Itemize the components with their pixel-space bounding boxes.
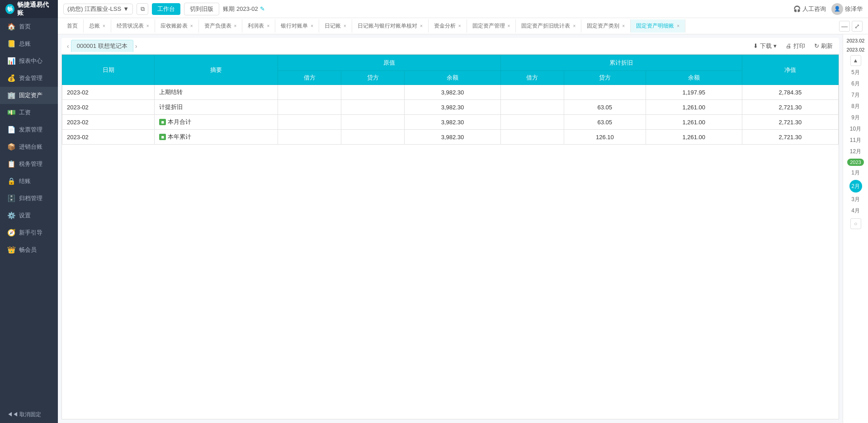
timeline-month-9[interactable]: 9月 [843, 112, 868, 123]
sidebar-item-fixed-assets[interactable]: 🏢 固定资产 [0, 87, 58, 104]
sidebar-item-payroll[interactable]: 💵 工资 [0, 104, 58, 121]
asset-tab[interactable]: 000001 联想笔记本 [71, 40, 133, 52]
prev-arrow[interactable]: ‹ [65, 42, 71, 50]
sidebar-label-funds: 资金管理 [19, 74, 42, 82]
tab-journal[interactable]: 日记账 × [319, 19, 352, 33]
refresh-btn[interactable]: ↻ 刷新 [811, 41, 835, 51]
copy-button[interactable]: ⧉ [137, 3, 148, 15]
timeline-month-6[interactable]: 6月 [843, 78, 868, 89]
user-avatar[interactable]: 👤 徐泽华 [831, 3, 863, 15]
cell-dep-credit: 63.05 [564, 115, 646, 130]
timeline-month-2-active[interactable]: 2月 [849, 180, 862, 193]
period-edit-icon[interactable]: ✎ [260, 5, 265, 12]
tab-detail-close[interactable]: × [677, 24, 679, 28]
timeline-month-11[interactable]: 11月 [843, 135, 868, 146]
tab-category-close[interactable]: × [622, 24, 625, 28]
tab-asset-detail[interactable]: 固定资产明细账 × [631, 19, 685, 33]
timeline-month-4[interactable]: 4月 [843, 205, 868, 216]
tab-asset-mgmt-label: 固定资产管理 [472, 22, 505, 30]
print-btn[interactable]: 🖨 打印 [783, 41, 808, 51]
tab-receivable[interactable]: 应收账龄表 × [155, 19, 199, 33]
tab-balance-close[interactable]: × [234, 24, 237, 28]
sidebar-item-funds[interactable]: 💰 资金管理 [0, 70, 58, 87]
tab-asset-category[interactable]: 固定资产类别 × [581, 19, 631, 33]
download-btn[interactable]: ⬇ 下载 ▾ [750, 41, 779, 51]
sidebar-collapse-btn[interactable]: ◀◀ 取消固定 [0, 406, 58, 423]
tab-operations[interactable]: 经营状况表 × [111, 19, 155, 33]
tab-journal-close[interactable]: × [344, 24, 346, 28]
sidebar-label-reports: 报表中心 [19, 57, 42, 65]
tab-home-label: 首页 [67, 22, 78, 30]
tab-receivable-label: 应收账龄表 [160, 22, 188, 30]
tab-bank-statement[interactable]: 银行对账单 × [275, 19, 319, 33]
tab-bank-close[interactable]: × [311, 24, 313, 28]
payroll-icon: 💵 [7, 108, 15, 117]
cell-dep-balance: 1,197.95 [646, 85, 742, 100]
sidebar-item-archive[interactable]: 🗄️ 归档管理 [0, 190, 58, 207]
tab-asset-mgmt[interactable]: 固定资产管理 × [467, 19, 516, 33]
headset-icon: 🎧 [793, 5, 801, 12]
tab-operations-close[interactable]: × [146, 24, 149, 28]
timeline-month-3[interactable]: 3月 [843, 194, 868, 205]
sidebar-item-ledger[interactable]: 📒 总账 [0, 35, 58, 52]
timeline-year-top2: 2023.02 [843, 45, 868, 54]
app-logo: 畅 畅捷通易代账 [0, 0, 58, 18]
tab-fund-analysis[interactable]: 资金分析 × [429, 19, 467, 33]
timeline-month-5[interactable]: 5月 [843, 67, 868, 78]
company-selector[interactable]: (劝您) 江西服业-LSS ▼ [63, 4, 133, 14]
timeline-month-1[interactable]: 1月 [843, 167, 868, 179]
tab-ledger[interactable]: 总账 × [84, 19, 111, 33]
next-arrow[interactable]: › [133, 42, 139, 50]
sidebar-item-tax[interactable]: 📋 税务管理 [0, 155, 58, 173]
tab-home[interactable]: 首页 [61, 19, 84, 33]
tab-dep-stat-close[interactable]: × [573, 24, 576, 28]
tab-profit-close[interactable]: × [267, 24, 269, 28]
timeline-month-7[interactable]: 7月 [843, 89, 868, 101]
sidebar-item-member[interactable]: 👑 畅会员 [0, 241, 58, 258]
tab-reconcile-close[interactable]: × [420, 24, 423, 28]
tab-depreciation-stat[interactable]: 固定资产折旧统计表 × [516, 19, 581, 33]
tab-asset-mgmt-close[interactable]: × [508, 24, 510, 28]
timeline-scroll-up[interactable]: ▲ [850, 55, 861, 66]
sidebar-item-invoice[interactable]: 📄 发票管理 [0, 121, 58, 138]
cell-summary: 计提折旧 [155, 100, 278, 115]
timeline-scroll-down[interactable]: ○ [850, 218, 861, 229]
cell-orig-balance: 3,982.30 [404, 115, 500, 130]
tab-detail-label: 固定资产明细账 [636, 22, 674, 30]
timeline-month-8[interactable]: 8月 [843, 101, 868, 112]
cell-orig-balance: 3,982.30 [404, 130, 500, 145]
tab-ledger-close[interactable]: × [103, 24, 105, 28]
sidebar-label-payroll: 工资 [19, 108, 31, 117]
tab-fund-close[interactable]: × [458, 24, 461, 28]
tab-ledger-label: 总账 [89, 22, 100, 30]
tab-minimize-btn[interactable]: — [839, 21, 850, 32]
refresh-label: 刷新 [821, 42, 833, 50]
tab-receivable-close[interactable]: × [190, 24, 193, 28]
switch-version-button[interactable]: 切到旧版 [184, 3, 219, 15]
timeline-month-10[interactable]: 10月 [843, 123, 868, 135]
right-timeline: 2023.02 2023.02 ▲ 5月 6月 7月 8月 9月 10月 11月… [843, 34, 868, 423]
member-icon: 👑 [7, 246, 15, 254]
human-service[interactable]: 🎧 人工咨询 [793, 5, 826, 13]
guide-icon: 🧭 [7, 229, 15, 237]
tab-expand-btn[interactable]: ⤢ [852, 21, 863, 32]
sidebar-item-closing[interactable]: 🔒 结账 [0, 173, 58, 190]
sidebar-item-sales[interactable]: 📦 进销台账 [0, 138, 58, 155]
tab-profit[interactable]: 利润表 × [242, 19, 275, 33]
period-label: 账期 [223, 5, 235, 13]
tab-balance-label: 资产负债表 [204, 22, 231, 30]
cell-dep-debit [501, 85, 564, 100]
timeline-month-12[interactable]: 12月 [843, 146, 868, 157]
data-table: 日期 摘要 原值 累计折旧 净值 借方 贷方 余额 借方 贷方 余额 [62, 55, 839, 145]
sidebar-item-guide[interactable]: 🧭 新手引导 [0, 224, 58, 241]
tab-balance-sheet[interactable]: 资产负债表 × [199, 19, 243, 33]
sidebar-item-settings[interactable]: ⚙️ 设置 [0, 207, 58, 224]
topbar: (劝您) 江西服业-LSS ▼ ⧉ 工作台 切到旧版 账期 2023-02 ✎ … [58, 0, 868, 18]
sidebar-label-tax: 税务管理 [19, 160, 42, 168]
tab-reconcile[interactable]: 日记账与银行对账单核对 × [352, 19, 429, 33]
sidebar-label-ledger: 总账 [19, 40, 31, 48]
sidebar-item-home[interactable]: 🏠 首页 [0, 18, 58, 35]
sidebar-item-reports[interactable]: 📊 报表中心 [0, 52, 58, 70]
worktable-button[interactable]: 工作台 [152, 3, 180, 15]
cell-dep-balance: 1,261.00 [646, 130, 742, 145]
